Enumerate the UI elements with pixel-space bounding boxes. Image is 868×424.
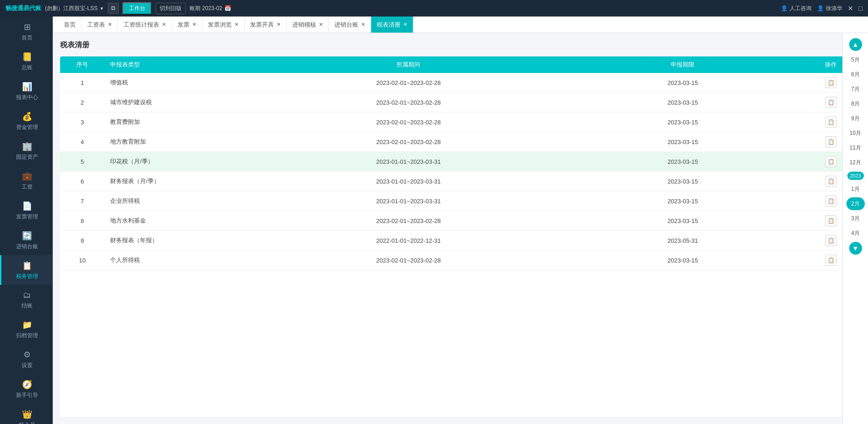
avatar-icon: 👤 <box>817 5 824 11</box>
sidebar-label-reports: 报表中心 <box>16 94 38 101</box>
invoice-icon: 📄 <box>22 201 32 211</box>
maximize-icon[interactable]: □ <box>859 5 862 12</box>
view-action-button[interactable]: 📋 <box>825 136 836 147</box>
cell-no: 7 <box>60 191 105 211</box>
tab-purchase-check[interactable]: 进销稽核 ✕ <box>287 17 329 33</box>
tab-salary-report-close[interactable]: ✕ <box>162 22 166 27</box>
copy-button[interactable]: ⧉ <box>108 3 119 14</box>
tab-tax-list-label: 税表清册 <box>377 21 401 29</box>
cell-deadline: 2023-03-15 <box>564 251 801 270</box>
tab-invoice-open-label: 发票开具 <box>250 21 274 29</box>
table-row: 5印花税（月/季）2023-01-01~2023-03-312023-03-15… <box>60 152 861 172</box>
sidebar-item-ledger[interactable]: 📒 总账 <box>0 46 53 76</box>
sidebar-item-inout[interactable]: 🔄 进销台账 <box>0 225 53 255</box>
cell-period: 2023-02-01~2023-02-28 <box>253 211 564 231</box>
sidebar-label-tax: 税务管理 <box>16 273 38 280</box>
cell-type: 城市维护建设税 <box>105 93 253 112</box>
tab-salary[interactable]: 工资表 ✕ <box>82 17 118 33</box>
tab-tax-list-close[interactable]: ✕ <box>403 22 407 27</box>
month-1[interactable]: 1月 <box>846 183 865 195</box>
view-action-button[interactable]: 📋 <box>825 215 836 226</box>
cell-type: 地方水利基金 <box>105 211 253 231</box>
tab-invoice-query[interactable]: 发票浏览 ✕ <box>202 17 245 33</box>
tab-invoice-query-close[interactable]: ✕ <box>234 22 239 27</box>
month-2-active[interactable]: 2月 <box>846 197 865 210</box>
cell-no: 9 <box>60 231 105 251</box>
view-action-button[interactable]: 📋 <box>825 176 836 187</box>
tab-purchase-check-close[interactable]: ✕ <box>319 22 323 27</box>
panel-down-button[interactable]: ▼ <box>849 242 862 255</box>
tab-home[interactable]: 首页 <box>58 17 82 33</box>
col-type: 申报表类型 <box>105 56 253 73</box>
sidebar-item-invoice[interactable]: 📄 发票管理 <box>0 195 53 225</box>
month-10[interactable]: 10月 <box>846 127 865 139</box>
month-3[interactable]: 3月 <box>846 212 865 225</box>
sidebar-item-home[interactable]: ⊞ 首页 <box>0 17 53 46</box>
switch-old-button[interactable]: 切到旧版 <box>156 3 186 14</box>
tab-salary-report[interactable]: 工资统计报表 ✕ <box>118 17 172 33</box>
table-row: 1增值税2023-02-01~2023-02-282023-03-15📋 <box>60 73 861 93</box>
view-action-button[interactable]: 📋 <box>825 235 836 246</box>
page-header: 税表清册 ↻ 刷新 <box>60 40 861 50</box>
sidebar-item-reports[interactable]: 📊 报表中心 <box>0 76 53 106</box>
view-action-button[interactable]: 📋 <box>825 195 836 206</box>
tab-tax-list[interactable]: 税表清册 ✕ <box>371 17 413 33</box>
sidebar-item-member[interactable]: 👑 畅会员 <box>0 404 53 424</box>
ledger-icon: 📒 <box>22 52 32 62</box>
sidebar-item-assets[interactable]: 🏢 固定资产 <box>0 136 53 166</box>
sidebar-label-invoice: 发票管理 <box>16 213 38 221</box>
tab-purchase-ledger-close[interactable]: ✕ <box>361 22 365 27</box>
table-row: 3教育费附加2023-02-01~2023-02-282023-03-15📋 <box>60 112 861 132</box>
sidebar-item-salary[interactable]: 💼 工资 <box>0 166 53 195</box>
top-bar: 畅捷通易代账 (勿删）江西股宝-LSS ▼ ⧉ 工作台 切到旧版 账期 2023… <box>0 0 868 17</box>
cell-type: 企业所得税 <box>105 191 253 211</box>
cell-deadline: 2023-03-15 <box>564 132 801 152</box>
assets-icon: 🏢 <box>22 141 32 151</box>
workbench-button[interactable]: 工作台 <box>122 2 152 15</box>
tab-invoice-open-close[interactable]: ✕ <box>277 22 281 27</box>
company-selector[interactable]: (勿删）江西股宝-LSS ▼ <box>45 5 104 12</box>
inout-icon: 🔄 <box>22 231 32 241</box>
table-row: 2城市维护建设税2023-02-01~2023-02-282023-03-15📋 <box>60 93 861 112</box>
tab-invoice[interactable]: 发票 ✕ <box>172 17 202 33</box>
user-menu[interactable]: 👤 徐涤华 <box>817 5 842 12</box>
sidebar-item-funds[interactable]: 💰 资金管理 <box>0 106 53 136</box>
tab-purchase-ledger[interactable]: 进销台账 ✕ <box>329 17 371 33</box>
tab-salary-label: 工资表 <box>87 21 105 29</box>
sidebar-label-funds: 资金管理 <box>16 123 38 131</box>
cell-period: 2023-02-01~2023-02-28 <box>253 132 564 152</box>
month-12[interactable]: 12月 <box>846 156 865 169</box>
service-button[interactable]: 👤 人工咨询 <box>781 5 812 12</box>
sidebar-item-settle[interactable]: 🗂 结账 <box>0 285 53 314</box>
panel-up-button[interactable]: ▲ <box>849 38 862 51</box>
month-6[interactable]: 6月 <box>846 68 865 81</box>
month-9[interactable]: 9月 <box>846 112 865 125</box>
month-4[interactable]: 4月 <box>846 227 865 240</box>
tab-invoice-open[interactable]: 发票开具 ✕ <box>245 17 287 33</box>
view-action-button[interactable]: 📋 <box>825 156 836 167</box>
close-icon[interactable]: ✕ <box>848 5 853 12</box>
view-action-button[interactable]: 📋 <box>825 97 836 108</box>
view-action-button[interactable]: 📋 <box>825 117 836 128</box>
cell-period: 2023-02-01~2023-02-28 <box>253 251 564 270</box>
cell-period: 2023-01-01~2023-03-31 <box>253 191 564 211</box>
sidebar-item-guide[interactable]: 🧭 新手引导 <box>0 374 53 404</box>
cell-no: 2 <box>60 93 105 112</box>
tab-salary-close[interactable]: ✕ <box>108 22 112 27</box>
tab-invoice-query-label: 发票浏览 <box>208 21 232 29</box>
sidebar-item-settings[interactable]: ⚙ 设置 <box>0 344 53 374</box>
top-bar-right: 👤 人工咨询 👤 徐涤华 ✕ □ <box>781 5 862 12</box>
view-action-button[interactable]: 📋 <box>825 255 836 266</box>
month-7[interactable]: 7月 <box>846 83 865 95</box>
calendar-icon[interactable]: 📅 <box>224 5 231 11</box>
sidebar-item-tax[interactable]: 📋 税务管理 <box>0 255 53 285</box>
sidebar-item-archive[interactable]: 📁 归档管理 <box>0 314 53 344</box>
view-action-button[interactable]: 📋 <box>825 77 836 88</box>
month-8[interactable]: 8月 <box>846 97 865 110</box>
month-11[interactable]: 11月 <box>846 141 865 154</box>
guide-icon: 🧭 <box>22 379 32 390</box>
month-5[interactable]: 5月 <box>846 53 865 66</box>
tab-invoice-close[interactable]: ✕ <box>192 22 196 27</box>
cell-deadline: 2023-03-15 <box>564 112 801 132</box>
sidebar-label-archive: 归档管理 <box>16 332 38 340</box>
